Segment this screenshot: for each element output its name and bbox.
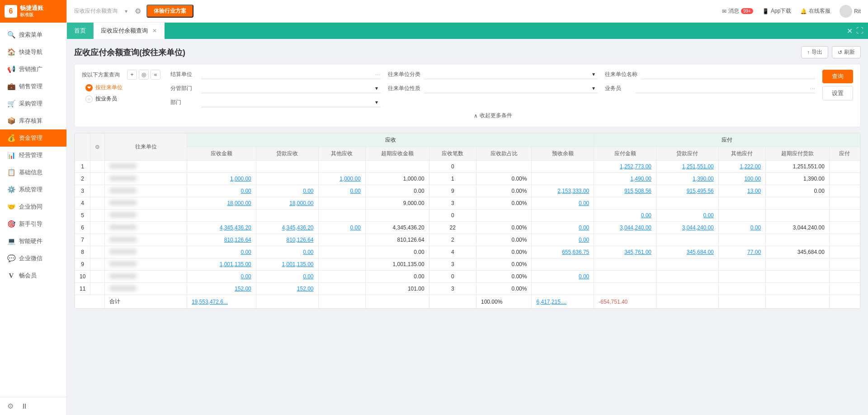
table-cell: [90, 283, 105, 295]
sidebar-item-quick[interactable]: 🏠 快捷导航: [0, 43, 66, 61]
sidebar-item-marketing[interactable]: 📢 营销推广: [0, 61, 66, 78]
message-button[interactable]: ✉ 消息 99+: [722, 7, 753, 15]
sidebar-item-operation[interactable]: 📊 经营管理: [0, 147, 66, 164]
sidebar-item-sales[interactable]: 💼 销售管理: [0, 78, 66, 95]
table-cell: [718, 210, 765, 222]
tab-close-icon[interactable]: ✕: [152, 28, 157, 34]
tab-ar-ap[interactable]: 应收应付余额查询 ✕: [94, 23, 165, 39]
settings-bottom-icon[interactable]: ⚙: [7, 402, 14, 410]
filter-field-salesperson: 业务员 ···: [605, 84, 815, 93]
table-cell: 0.00: [256, 185, 318, 197]
table-cell: 655,636.75: [532, 246, 594, 258]
filter-field-dept: 分管部门 ▾: [170, 84, 381, 93]
message-badge: 99+: [741, 8, 753, 14]
username: Rit: [854, 8, 861, 14]
collapse-scheme-button[interactable]: «: [151, 70, 160, 80]
add-scheme-button[interactable]: +: [127, 70, 137, 80]
table-cell: [656, 197, 719, 210]
table-settings-icon[interactable]: ⚙: [95, 144, 100, 150]
export-button[interactable]: ↑ 导出: [801, 46, 828, 58]
edit-scheme-button[interactable]: ◎: [139, 70, 149, 80]
inventory-icon: 📦: [7, 117, 15, 125]
settings-button[interactable]: 设置: [822, 86, 853, 100]
topbar-gear-icon[interactable]: ⚙: [135, 7, 141, 15]
table-cell: 2,153,333.00: [532, 185, 594, 197]
footer-ar-ratio: 100.00%: [476, 295, 532, 309]
table-cell: 810,126.64: [256, 234, 318, 246]
table-cell-blurred: ██████: [105, 185, 187, 197]
sidebar-item-collab[interactable]: 🤝 企业协同: [0, 198, 66, 215]
wechat-icon: 💬: [7, 254, 15, 262]
table-cell: 1,001,135.00: [365, 258, 429, 271]
table-cell: 9: [75, 258, 90, 271]
filter-option-by-unit[interactable]: ❤ 按往来单位: [82, 82, 163, 93]
dept-chevron-icon: ▾: [375, 85, 378, 91]
sidebar-item-wechat-label: 企业微信: [19, 254, 42, 262]
topbar: 应收应付余额查询 ▾ ⚙ 体验行业方案 ✉ 消息 99+ 📱 App下载 🔔 在…: [67, 0, 868, 23]
table-row: 10██████0.000.000.0000.00%0.00: [75, 271, 860, 283]
sidebar-item-finance[interactable]: 💰 资金管理: [0, 129, 66, 147]
table-row: 6██████4,345,436.204,345,436.200.004,345…: [75, 222, 860, 234]
filter-field-partner-name: 往来单位名称: [605, 70, 815, 79]
table-cell: 4: [75, 197, 90, 210]
table-cell: [718, 271, 765, 283]
footer-empty: [75, 295, 105, 309]
promo-button[interactable]: 体验行业方案: [146, 5, 193, 18]
table-cell: 0.00: [318, 222, 365, 234]
sidebar-item-guide[interactable]: 🎯 新手引导: [0, 215, 66, 233]
tab-home[interactable]: 首页: [67, 23, 94, 39]
sidebar-item-purchase[interactable]: 🛒 采购管理: [0, 95, 66, 112]
table-row: 11██████152.00152.00101.0030.00%: [75, 283, 860, 295]
settlement-input[interactable]: [201, 70, 373, 79]
sidebar-item-hardware[interactable]: 💻 智能硬件: [0, 233, 66, 250]
user-area[interactable]: Rit: [840, 5, 861, 18]
sidebar-item-wechat[interactable]: 💬 企业微信: [0, 250, 66, 267]
marketing-icon: 📢: [7, 65, 15, 73]
table-cell: 810,126.64: [187, 234, 256, 246]
table-cell: 4,345,436.20: [256, 222, 318, 234]
table-cell: 0.00: [594, 210, 656, 222]
sidebar-item-search[interactable]: 🔍 搜索菜单: [0, 26, 66, 43]
operation-icon: 📊: [7, 151, 15, 159]
col-ar-group: 应收: [187, 134, 594, 147]
table-cell: 345,684.00: [766, 246, 830, 258]
salesperson-input[interactable]: [636, 84, 808, 93]
filter-collapse-button[interactable]: ∧ 收起更多条件: [170, 110, 815, 121]
action-buttons: 查询 设置: [822, 70, 853, 100]
table-cell: 11: [75, 283, 90, 295]
table-cell: 9,000.00: [365, 197, 429, 210]
refresh-button[interactable]: ↺ 刷新: [832, 46, 861, 58]
footer-ar-amount: 19,553,472.6...: [187, 295, 256, 309]
filter-option-by-staff[interactable]: ○ 按业务员: [82, 94, 163, 104]
col-settings-icon[interactable]: ⚙: [90, 134, 105, 161]
sidebar-item-basic[interactable]: 📋 基础信息: [0, 164, 66, 181]
table-cell: 0.00: [532, 234, 594, 246]
table-cell: 0.00: [365, 185, 429, 197]
sidebar-item-member[interactable]: V 畅会员: [0, 267, 66, 284]
dept-select[interactable]: ▾: [201, 84, 381, 93]
table-cell: [594, 234, 656, 246]
tab-expand-icon[interactable]: ⛶: [856, 27, 863, 35]
online-service-button[interactable]: 🔔 在线客服: [800, 7, 830, 15]
partner-nature-select[interactable]: ▾: [424, 84, 598, 93]
table-cell: 7: [75, 234, 90, 246]
app-download-button[interactable]: 📱 App下载: [762, 7, 791, 15]
table-cell: 1,390.00: [766, 173, 830, 185]
sub-dept-select[interactable]: ▾: [201, 98, 381, 107]
table-cell-blurred: ██████: [105, 197, 187, 210]
table-cell: 6: [75, 222, 90, 234]
collapse-icon[interactable]: ⏸: [21, 402, 28, 410]
tab-close-all-icon[interactable]: ✕: [847, 27, 853, 35]
partner-name-input[interactable]: [641, 70, 815, 79]
partner-category-select[interactable]: ▾: [424, 70, 598, 79]
table-cell: 0: [429, 161, 476, 173]
sales-icon: 💼: [7, 82, 15, 91]
sidebar-item-inventory[interactable]: 📦 库存核算: [0, 112, 66, 129]
table-cell: [766, 197, 830, 210]
table-cell: [187, 161, 256, 173]
sidebar-item-system[interactable]: ⚙️ 系统管理: [0, 181, 66, 198]
query-button[interactable]: 查询: [822, 70, 853, 83]
sidebar-item-marketing-label: 营销推广: [19, 65, 42, 73]
table-cell: [256, 210, 318, 222]
table-cell: 345,761.00: [594, 246, 656, 258]
